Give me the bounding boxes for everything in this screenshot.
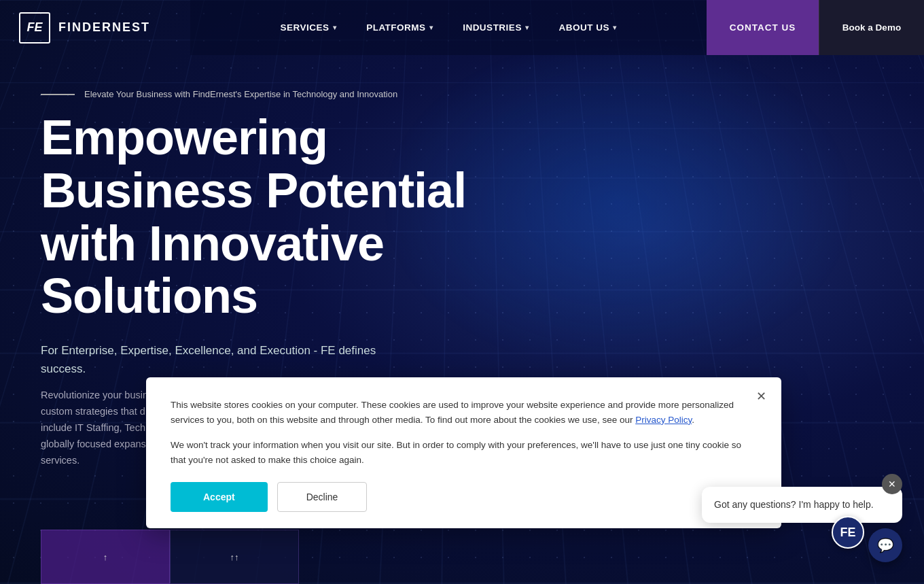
cookie-decline-button[interactable]: Decline (277, 482, 368, 512)
tagline-row: Elevate Your Business with FindErnest's … (41, 88, 482, 101)
logo-icon: FE (19, 12, 50, 44)
chat-widget-button[interactable]: 💬 (868, 528, 902, 562)
hero-cards-row: ↑ ↑↑ (41, 530, 299, 584)
logo-text: FINDERNEST (58, 20, 150, 35)
chat-close-button[interactable]: ✕ (882, 474, 902, 494)
tagline-line (41, 94, 75, 95)
hero-title: Empowering Business Potential with Innov… (41, 111, 482, 323)
nav-center: SERVICES ▾ PLATFORMS ▾ INDUSTRIES ▾ ABOU… (190, 0, 707, 55)
cookie-close-button[interactable]: ✕ (751, 387, 770, 406)
cookie-accept-button[interactable]: Accept (171, 482, 268, 512)
hero-subtitle: For Enterprise, Expertise, Excellence, a… (41, 342, 408, 378)
cookie-text-secondary: We won't track your information when you… (171, 438, 757, 467)
nav-item-about[interactable]: ABOUT US ▾ (544, 0, 631, 55)
hero-card-2: ↑↑ (170, 530, 299, 584)
chat-message-bubble: Got any questions? I'm happy to help. (702, 487, 902, 523)
hero-tagline: Elevate Your Business with FindErnest's … (84, 88, 397, 101)
nav-contact-button[interactable]: CONTACT US (707, 0, 819, 55)
privacy-policy-link[interactable]: Privacy Policy (635, 415, 692, 425)
chat-avatar: FE (832, 516, 864, 549)
nav-item-services[interactable]: SERVICES ▾ (266, 0, 352, 55)
chevron-down-icon: ▾ (613, 24, 617, 31)
cookie-consent-popup: ✕ This website stores cookies on your co… (146, 377, 781, 528)
nav-logo[interactable]: FE FINDERNEST (0, 0, 190, 55)
hero-card-1: ↑ (41, 530, 170, 584)
nav-book-demo-button[interactable]: Book a Demo (819, 0, 924, 55)
nav-item-industries[interactable]: INDUSTRIES ▾ (448, 0, 544, 55)
cookie-text-primary: This website stores cookies on your comp… (171, 398, 757, 427)
navigation: FE FINDERNEST SERVICES ▾ PLATFORMS ▾ IND… (0, 0, 924, 55)
chat-icon: 💬 (877, 537, 894, 553)
chevron-down-icon: ▾ (429, 24, 433, 31)
chevron-down-icon: ▾ (333, 24, 337, 31)
cookie-buttons-row: Accept Decline (171, 482, 757, 512)
nav-item-platforms[interactable]: PLATFORMS ▾ (351, 0, 448, 55)
chevron-down-icon: ▾ (525, 24, 529, 31)
